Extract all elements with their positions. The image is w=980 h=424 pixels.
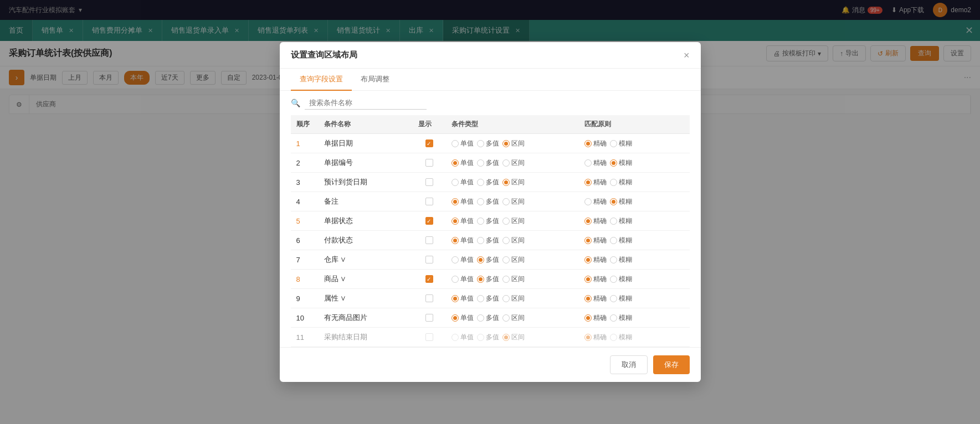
type-radio-single[interactable] — [451, 140, 459, 147]
type-radio-range[interactable] — [502, 295, 510, 302]
match-radio-exact[interactable] — [584, 295, 592, 302]
type-radio-multi[interactable] — [477, 334, 484, 341]
display-checkbox[interactable] — [425, 294, 433, 302]
type-radio-range[interactable] — [502, 256, 510, 263]
modal-search-input[interactable] — [305, 96, 427, 110]
cell-display[interactable] — [413, 250, 446, 270]
display-checkbox[interactable] — [425, 256, 433, 263]
display-checkbox[interactable] — [425, 198, 433, 205]
match-radio-fuzzy[interactable] — [610, 295, 617, 302]
match-radio-fuzzy[interactable] — [610, 314, 617, 322]
type-radio-multi[interactable] — [477, 218, 484, 225]
cell-display[interactable] — [413, 173, 446, 192]
display-checkbox[interactable] — [425, 178, 433, 186]
match-radio-exact[interactable] — [584, 334, 592, 341]
type-radio-multi[interactable] — [477, 179, 484, 186]
match-radio-exact[interactable] — [584, 179, 592, 186]
type-radio-range[interactable] — [502, 198, 510, 205]
type-radio-single[interactable] — [451, 276, 459, 283]
match-radio-exact[interactable] — [584, 314, 592, 322]
display-checkbox[interactable] — [425, 139, 433, 147]
type-radio-multi[interactable] — [477, 140, 484, 147]
display-checkbox[interactable] — [425, 217, 433, 225]
match-radio-fuzzy[interactable] — [610, 334, 617, 341]
cell-order: 6 — [291, 231, 319, 250]
type-radio-single[interactable] — [451, 179, 459, 186]
type-radio-multi[interactable] — [477, 256, 484, 263]
modal-overlay[interactable]: 设置查询区域布局 × 查询字段设置 布局调整 🔍 — [0, 0, 980, 424]
match-radio-exact[interactable] — [584, 237, 592, 244]
match-radio-fuzzy[interactable] — [610, 198, 617, 205]
type-radio-single[interactable] — [451, 198, 459, 205]
modal-tab-query-fields[interactable]: 查询字段设置 — [291, 69, 352, 91]
type-radio-range[interactable] — [502, 159, 510, 167]
match-radio-exact[interactable] — [584, 198, 592, 205]
match-radio-fuzzy[interactable] — [610, 276, 617, 283]
type-label-single: 单值 — [460, 313, 474, 323]
match-radio-fuzzy[interactable] — [610, 218, 617, 225]
th-match-rule: 匹配原则 — [579, 115, 690, 134]
save-button[interactable]: 保存 — [653, 355, 690, 374]
type-radio-single[interactable] — [451, 218, 459, 225]
type-radio-multi[interactable] — [477, 198, 484, 205]
match-label-exact: 精确 — [593, 178, 607, 187]
match-radio-exact[interactable] — [584, 218, 592, 225]
type-radio-single[interactable] — [451, 256, 459, 263]
display-checkbox[interactable] — [425, 159, 433, 167]
type-radio-multi[interactable] — [477, 314, 484, 322]
cell-display[interactable] — [413, 289, 446, 308]
match-label-exact: 精确 — [593, 255, 607, 265]
type-radio-range[interactable] — [502, 334, 510, 341]
type-radio-range[interactable] — [502, 140, 510, 147]
match-radio-fuzzy[interactable] — [610, 179, 617, 186]
cell-condition-type: 单值多值区间 — [446, 134, 579, 153]
match-radio-exact[interactable] — [584, 276, 592, 283]
type-radio-range[interactable] — [502, 237, 510, 244]
type-radio-multi[interactable] — [477, 276, 484, 283]
th-condition-name: 条件名称 — [319, 115, 413, 134]
match-radio-exact[interactable] — [584, 159, 592, 167]
type-radio-multi[interactable] — [477, 295, 484, 302]
modal-close-button[interactable]: × — [684, 50, 690, 60]
type-radio-single[interactable] — [451, 237, 459, 244]
cell-condition-name: 属性 ∨ — [319, 289, 413, 308]
display-checkbox[interactable] — [425, 236, 433, 244]
cell-display[interactable] — [413, 192, 446, 211]
match-radio-exact[interactable] — [584, 256, 592, 263]
type-radio-multi[interactable] — [477, 237, 484, 244]
type-radio-range[interactable] — [502, 218, 510, 225]
cell-display[interactable] — [413, 153, 446, 173]
match-radio-fuzzy[interactable] — [610, 256, 617, 263]
display-checkbox[interactable] — [425, 314, 433, 322]
cell-condition-type: 单值多值区间 — [446, 308, 579, 328]
cell-condition-type: 单值多值区间 — [446, 211, 579, 231]
display-checkbox[interactable] — [425, 333, 433, 341]
type-radio-range[interactable] — [502, 314, 510, 322]
cell-condition-name: 备注 — [319, 192, 413, 211]
cancel-button[interactable]: 取消 — [610, 355, 648, 374]
type-label-range: 区间 — [511, 158, 525, 168]
table-row: 6付款状态单值多值区间精确模糊 — [291, 231, 690, 250]
match-radio-exact[interactable] — [584, 140, 592, 147]
type-radio-single[interactable] — [451, 314, 459, 322]
type-label-range: 区间 — [511, 313, 525, 323]
table-row: 4备注单值多值区间精确模糊 — [291, 192, 690, 211]
match-radio-fuzzy[interactable] — [610, 237, 617, 244]
modal-tab-layout[interactable]: 布局调整 — [352, 69, 398, 91]
cell-display[interactable] — [413, 308, 446, 328]
cell-display[interactable] — [413, 270, 446, 289]
type-radio-multi[interactable] — [477, 159, 484, 167]
cell-display[interactable] — [413, 328, 446, 347]
match-label-fuzzy: 模糊 — [619, 255, 632, 265]
cell-display[interactable] — [413, 211, 446, 231]
type-radio-range[interactable] — [502, 179, 510, 186]
type-radio-single[interactable] — [451, 295, 459, 302]
match-radio-fuzzy[interactable] — [610, 159, 617, 167]
cell-display[interactable] — [413, 134, 446, 153]
display-checkbox[interactable] — [425, 275, 433, 283]
match-radio-fuzzy[interactable] — [610, 140, 617, 147]
cell-display[interactable] — [413, 231, 446, 250]
type-radio-single[interactable] — [451, 159, 459, 167]
type-radio-single[interactable] — [451, 334, 459, 341]
type-radio-range[interactable] — [502, 276, 510, 283]
